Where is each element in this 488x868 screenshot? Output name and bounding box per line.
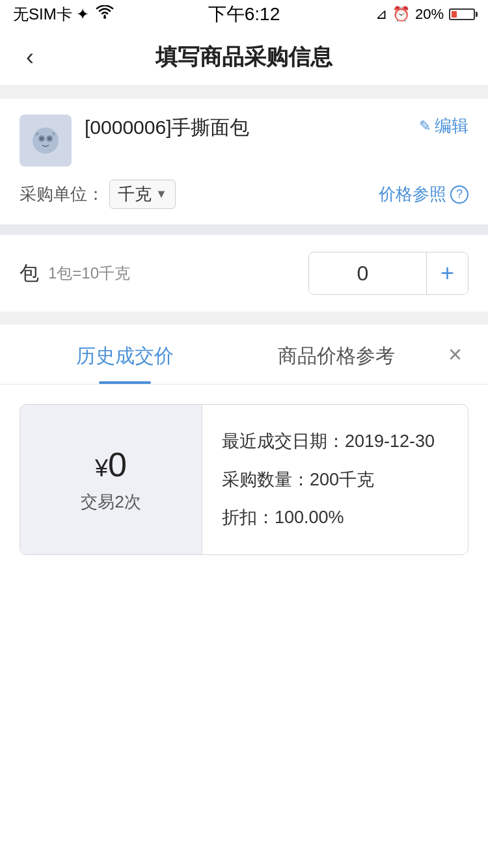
svg-point-5 [48,137,51,141]
back-button[interactable]: ‹ [20,37,40,77]
history-price: ¥0 [95,445,127,484]
unit-value: 千克 [118,183,152,206]
quantity-plus-button[interactable]: + [426,252,468,294]
history-content: ¥0 交易2次 最近成交日期：2019-12-30 采购数量：200千克 折扣：… [0,385,488,575]
product-name: [0000006]手撕面包 [85,115,249,141]
bottom-area [0,575,488,869]
tab-panel: 历史成交价 商品价格参考 × ¥0 交易2次 最近成交日期：2019-12-30… [0,325,488,575]
product-info: [0000006]手撕面包 [20,115,419,167]
quantity-control: + [308,252,468,295]
history-card: ¥0 交易2次 最近成交日期：2019-12-30 采购数量：200千克 折扣：… [20,404,468,555]
product-title: 手撕面包 [171,116,249,138]
nav-bar: ‹ 填写商品采购信息 [0,29,488,86]
recent-date-row: 最近成交日期：2019-12-30 [222,428,448,455]
quantity-label: 包 1包=10千克 [20,260,130,287]
unit-selector-group: 采购单位： 千克 ▼ [20,180,176,209]
discount-value: 100.00% [275,508,344,527]
unit-dropdown-arrow: ▼ [156,187,167,201]
svg-point-1 [33,128,59,154]
wifi-icon [96,5,114,23]
battery-pct: 20% [415,6,444,23]
purchase-qty-value: 200千克 [310,470,374,489]
recent-date-value: 2019-12-30 [345,431,435,451]
recent-date-label: 最近成交日期： [222,431,345,451]
purchase-quantity-row: 采购数量：200千克 [222,467,448,493]
location-icon: ⊿ [375,6,387,23]
history-details: 最近成交日期：2019-12-30 采购数量：200千克 折扣：100.00% [202,405,468,554]
tab-history-price[interactable]: 历史成交价 [20,325,230,384]
product-header: [0000006]手撕面包 ✎ 编辑 [20,115,468,167]
product-card: [0000006]手撕面包 ✎ 编辑 采购单位： 千克 ▼ 价格参照 ? [0,99,488,224]
discount-label: 折扣： [222,508,275,527]
status-left: 无SIM卡 ✦ [13,4,114,25]
battery-icon [449,8,475,20]
quantity-conversion: 1包=10千克 [48,263,130,284]
quantity-row: 包 1包=10千克 + [0,235,488,312]
carrier-text: 无SIM卡 ✦ [13,4,89,25]
svg-point-0 [103,16,106,19]
price-value: 0 [108,446,127,483]
purchase-qty-label: 采购数量： [222,470,310,489]
edit-label: 编辑 [435,115,468,137]
tab-history-label: 历史成交价 [76,345,174,366]
edit-icon: ✎ [419,118,431,135]
alarm-icon: ⏰ [392,6,410,23]
unit-dropdown[interactable]: 千克 ▼ [109,180,176,209]
product-image [20,115,72,167]
unit-label: 采购单位： [20,183,104,206]
edit-button[interactable]: ✎ 编辑 [419,115,468,137]
quantity-unit: 包 [20,260,39,287]
tab-price-ref-label: 商品价格参考 [278,345,395,366]
price-ref-help-icon: ? [450,185,468,204]
price-ref-label: 价格参照 [379,183,446,206]
price-reference-button[interactable]: 价格参照 ? [379,183,468,206]
product-id: [0000006] [85,116,171,138]
product-name-row: [0000006]手撕面包 [85,115,249,141]
page-title: 填写商品采购信息 [156,42,332,72]
currency-symbol: ¥ [95,455,108,481]
quantity-input[interactable] [309,252,426,294]
product-unit-row: 采购单位： 千克 ▼ 价格参照 ? [20,180,468,209]
status-bar: 无SIM卡 ✦ 下午6:12 ⊿ ⏰ 20% [0,0,488,29]
status-time: 下午6:12 [208,2,280,27]
discount-row: 折扣：100.00% [222,504,448,531]
tab-active-indicator [99,381,151,384]
tab-header: 历史成交价 商品价格参考 × [0,325,488,385]
svg-point-4 [40,137,44,141]
history-price-summary: ¥0 交易2次 [20,405,202,554]
tab-close-button[interactable]: × [442,336,468,373]
transaction-count: 交易2次 [81,491,141,513]
tab-product-price-ref[interactable]: 商品价格参考 [230,325,441,384]
status-right: ⊿ ⏰ 20% [375,6,475,23]
section-divider [0,224,488,235]
